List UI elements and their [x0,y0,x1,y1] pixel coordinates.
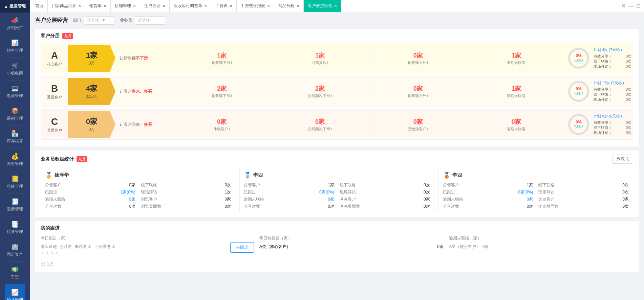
tab-xiaohuo[interactable]: 销货单✕ [85,0,111,12]
tier-label-B: B 重要客户 [41,80,68,102]
sidebar-item-xiaoshou[interactable]: 📊销售管理 [5,35,25,58]
tab-close-mendianshanpinmulu[interactable]: ✕ [78,4,81,8]
tab-gongzitongji[interactable]: 工资统计报表✕ [237,0,274,12]
tab-yingshoufu[interactable]: 应收应付调整单✕ [170,0,211,12]
sidebar-item-zijin[interactable]: 💰资金管理 [5,148,25,171]
cright-info-icon[interactable]: ℹ [609,98,611,101]
circle-plan-C[interactable]: 计划 0次 (0天/次) [594,114,631,119]
tab-shangpinfenxi[interactable]: 商品分析✕ [274,0,304,12]
tab-close-gongzibiao[interactable]: ✕ [230,4,232,8]
circle-plan-B[interactable]: 计划 17次 (7天/次) [594,80,631,86]
tab-close-yingshoufu[interactable]: ✕ [204,4,207,8]
sidebar-item-fapiao[interactable]: 🧾发票管理 [5,194,25,216]
zhangmu-label: 总账管理 [7,184,23,189]
tab-close-shangpinfenxi[interactable]: ✕ [297,4,299,8]
sp-stat-value-0-2[interactable]: 1家(0%) [121,189,135,195]
tomorrow-value: 0家 [437,244,444,250]
tab-close-shengchengpingzheng[interactable]: ✕ [163,4,165,8]
sp-name-row-2: 🥉 李四 [443,171,629,179]
sp-stat-value-0-4[interactable]: 0家 [129,197,135,202]
cright-info-icon[interactable]: ℹ [609,60,611,63]
circle-plan-A[interactable]: 计划 4次 (7天/次) [594,47,631,52]
window-min-icon[interactable]: — [628,3,634,9]
caigou-label: 采购管理 [7,116,23,121]
tab-dianguan[interactable]: 店铺管理✕ [111,0,140,12]
tier-name-C: 普通客户 [47,128,62,133]
go-followup-button[interactable]: 去跟进 [230,242,254,253]
cright-info-icon[interactable]: ℹ [609,65,611,68]
page-title: 客户分层经营 [35,17,68,24]
tab-shengchengpingzheng[interactable]: 生成凭证✕ [140,0,170,12]
stat-label-B-3: 逾期未联络 [507,93,525,98]
sidebar-item-yingxiao[interactable]: 📣营销推广 [5,13,25,35]
cright-info-icon[interactable]: ℹ [609,131,611,135]
window-max-icon[interactable]: □ [637,3,640,9]
stat-info-C-0[interactable]: ℹ [229,127,230,131]
sidebar-logo-text: 批发管理 [9,3,26,9]
cright-label-C-2: 现场拜访 ℹ [594,130,611,135]
sp-stat-0-4: 逾期未联络 0家 [45,197,135,202]
sidebar-item-shuiwu[interactable]: 📑税务管理 [5,216,25,239]
sp-stat-value-1-4[interactable]: 0家 [328,197,334,202]
stat-info-B-1[interactable]: ℹ [331,94,332,98]
stat-info-A-2[interactable]: ℹ [427,61,428,65]
tab-close-xiaohuo[interactable]: ✕ [104,4,106,8]
sp-stat-label-1-7: 浏览页面数 [340,204,360,209]
cright-info-icon[interactable]: ℹ [609,93,611,96]
tier-label-C: C 普通客户 [41,114,68,136]
stat-info-C-1[interactable]: ℹ [331,127,332,131]
sidebar-item-kucun[interactable]: 🏪库存核算 [5,126,25,148]
customer-section-header: 客户分层 九月 [41,33,633,39]
cright-info-icon[interactable]: ℹ [609,88,611,91]
tab-home[interactable]: 首页 [31,0,48,12]
sidebar-item-gudingzichan[interactable]: 🏢固定资产 [5,239,25,262]
tab-close-gongzitongji[interactable]: ✕ [267,4,270,8]
sp-stat-label-0-6: 分享次数 [45,204,61,209]
tier-count-B: 4家 [86,84,98,94]
sp-stat-value-2-1: 0次 [622,182,629,188]
window-close-icon[interactable]: ✕ [621,3,626,9]
sidebar-item-zhangmu[interactable]: 📒总账管理 [5,171,25,194]
tier-letter-C: C [51,116,58,127]
sp-stat-value-1-0: 1家 [328,182,334,188]
stat-info-C-2[interactable]: ℹ [427,127,428,131]
stat-label-A-1: 回购异常ℹ [312,60,328,65]
sales-select[interactable]: 请选择 [135,16,165,25]
today-col-title: 今日跟进（家） [41,235,225,241]
gongzi-label: 工资 [11,275,19,279]
sp-stat-value-2-4[interactable]: 0家 [527,197,533,202]
cright-info-icon[interactable]: ℹ [609,121,611,124]
stat-info-A-0[interactable]: ℹ [231,61,232,65]
sidebar-item-jingying[interactable]: 📈经营管理 [5,284,25,300]
cright-info-icon[interactable]: ℹ [609,54,611,58]
sp-stats-2: 分管客户 1家 线下联络 0次 已跟进 0家(0%) 现场拜访 0次 逾期未联络… [443,182,629,209]
stat-info-A-1[interactable]: ℹ [327,61,328,65]
sp-stat-value-1-1: 0次 [424,182,430,188]
sidebar-item-dianshang[interactable]: 💻电商管理 [5,80,25,103]
sidebar-item-gongzi[interactable]: 💵工资 [5,262,25,284]
list-view-button[interactable]: 列表式 [612,155,633,164]
sp-stat-label-1-2: 已跟进 [244,189,256,195]
sp-stat-value-1-2[interactable]: 0家(0%) [319,189,334,195]
kucun-icon: 🏪 [7,130,23,137]
tab-kehufen[interactable]: 客户分层经营✕ [304,0,341,12]
sp-stat-1-1: 线下联络 0次 [340,182,430,188]
tab-gongzibiao[interactable]: 工资表✕ [211,0,237,12]
sidebar-logo[interactable]: ▲ 批发管理 [0,0,30,13]
stat-info-B-2[interactable]: ℹ [427,94,428,98]
sp-stat-value-2-2[interactable]: 0家(0%) [518,189,533,195]
stat-block-C-0: 0家 休眠客户ℹ [173,115,271,134]
tab-close-dianguan[interactable]: ✕ [133,4,136,8]
customer-section-title: 客户分层 [41,33,60,39]
sidebar-item-xiaodian[interactable]: 🛒小畅电商 [5,58,25,80]
dianshang-label: 电商管理 [7,93,23,98]
sidebar-item-caigou[interactable]: 📦采购管理 [5,103,25,126]
jingying-label: 经营管理 [7,297,23,300]
cright-info-icon[interactable]: ℹ [609,126,611,130]
more-filters-icon[interactable]: ··· [168,18,172,23]
dept-select[interactable]: 请选择 ▼ [84,16,114,25]
tab-close-kehufen[interactable]: ✕ [334,4,337,8]
cright-value-B-2: 0次 [626,97,631,102]
tab-mendianshanpinmulu[interactable]: 门店商品目录✕ [48,0,85,12]
stat-info-B-0[interactable]: ℹ [231,94,232,98]
